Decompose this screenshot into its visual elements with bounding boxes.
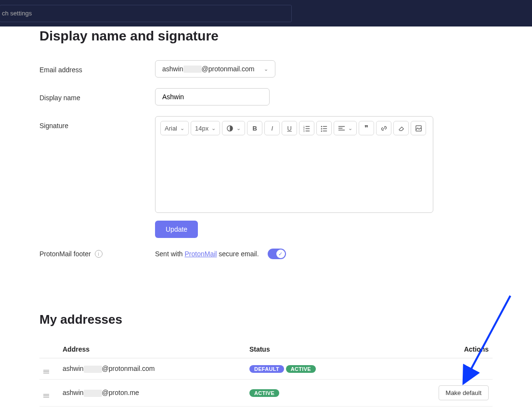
col-header-address: Address — [59, 341, 246, 358]
section-title-my-addresses: My addresses — [39, 312, 493, 327]
top-bar — [0, 0, 532, 26]
half-circle-icon — [226, 125, 234, 132]
svg-rect-8 — [323, 126, 326, 126]
label-email-address: Email address — [39, 60, 155, 74]
svg-point-9 — [321, 128, 322, 129]
alignment-button[interactable]: ⌄ — [334, 121, 357, 135]
address-cell: ashwin@pm.me — [59, 407, 246, 408]
status-cell: DEFAULT ACTIVE — [246, 358, 384, 380]
editor-toolbar: Arial⌄ 14px⌄ ⌄ B I U 123 — [156, 117, 433, 140]
svg-rect-6 — [305, 131, 309, 131]
badge-active: ACTIVE — [286, 365, 316, 373]
link-button[interactable] — [376, 121, 391, 135]
table-row: ashwin@proton.me ACTIVE Make default — [39, 380, 493, 407]
label-signature: Signature — [39, 116, 155, 130]
svg-rect-15 — [338, 130, 345, 130]
status-cell: ACTIVE — [246, 380, 384, 407]
svg-point-7 — [321, 126, 322, 127]
col-header-actions: Actions — [384, 341, 493, 358]
label-protonmail-footer: ProtonMail footer i — [39, 250, 155, 258]
bold-button[interactable]: B — [247, 121, 262, 135]
signature-textarea[interactable] — [156, 140, 433, 211]
footer-toggle[interactable]: ✓ — [268, 249, 286, 259]
underline-button[interactable]: U — [282, 121, 297, 135]
redacted-segment — [84, 390, 102, 397]
unordered-list-icon — [321, 125, 328, 132]
drag-handle-icon[interactable] — [43, 370, 49, 373]
unordered-list-button[interactable] — [316, 121, 332, 135]
signature-editor: Arial⌄ 14px⌄ ⌄ B I U 123 — [155, 116, 433, 213]
svg-rect-14 — [338, 128, 342, 128]
svg-rect-12 — [323, 131, 326, 131]
blockquote-button[interactable]: ❞ — [359, 121, 374, 135]
addresses-table: Address Status Actions ashwin@protonmail… — [39, 341, 493, 408]
svg-rect-4 — [305, 128, 309, 129]
svg-rect-10 — [323, 128, 326, 129]
align-icon — [338, 125, 345, 132]
footer-text: Sent with ProtonMail secure email. — [155, 250, 259, 258]
redacted-segment — [84, 366, 102, 373]
redacted-segment — [183, 66, 202, 73]
status-cell: ACTIVE — [246, 407, 384, 408]
email-address-value: ashwin@protonmail.com — [162, 65, 255, 73]
display-name-input[interactable] — [155, 88, 270, 105]
svg-point-11 — [321, 130, 322, 131]
search-wrap — [0, 5, 292, 22]
table-row: ashwin@pm.me ACTIVE Make default — [39, 407, 493, 408]
eraser-icon — [398, 125, 405, 132]
svg-rect-13 — [338, 126, 345, 126]
address-cell: ashwin@protonmail.com — [59, 358, 246, 380]
italic-button[interactable]: I — [264, 121, 280, 135]
table-row: ashwin@protonmail.com DEFAULT ACTIVE — [39, 358, 493, 380]
section-title-display-signature: Display name and signature — [39, 28, 493, 44]
search-input[interactable] — [0, 5, 291, 22]
font-size-select[interactable]: 14px⌄ — [191, 121, 220, 135]
font-family-select[interactable]: Arial⌄ — [160, 121, 189, 135]
color-picker-button[interactable]: ⌄ — [222, 121, 245, 135]
address-cell: ashwin@proton.me — [59, 380, 246, 407]
svg-rect-2 — [305, 126, 309, 126]
toggle-knob: ✓ — [276, 250, 285, 258]
info-icon: i — [95, 250, 103, 258]
chevron-down-icon: ⌄ — [264, 66, 268, 72]
image-icon — [415, 125, 422, 132]
make-default-button[interactable]: Make default — [439, 385, 489, 400]
ordered-list-icon: 123 — [303, 125, 311, 132]
badge-default: DEFAULT — [249, 365, 284, 373]
badge-active: ACTIVE — [249, 389, 279, 397]
protonmail-link[interactable]: ProtonMail — [184, 250, 217, 258]
email-address-select[interactable]: ashwin@protonmail.com ⌄ — [155, 60, 275, 78]
link-icon — [380, 125, 388, 132]
svg-text:3: 3 — [303, 130, 305, 132]
clear-format-button[interactable] — [393, 121, 409, 135]
ordered-list-button[interactable]: 123 — [299, 121, 314, 135]
col-header-status: Status — [246, 341, 384, 358]
insert-image-button[interactable] — [411, 121, 426, 135]
update-button[interactable]: Update — [155, 221, 198, 238]
label-display-name: Display name — [39, 88, 155, 102]
drag-handle-icon[interactable] — [43, 394, 49, 397]
